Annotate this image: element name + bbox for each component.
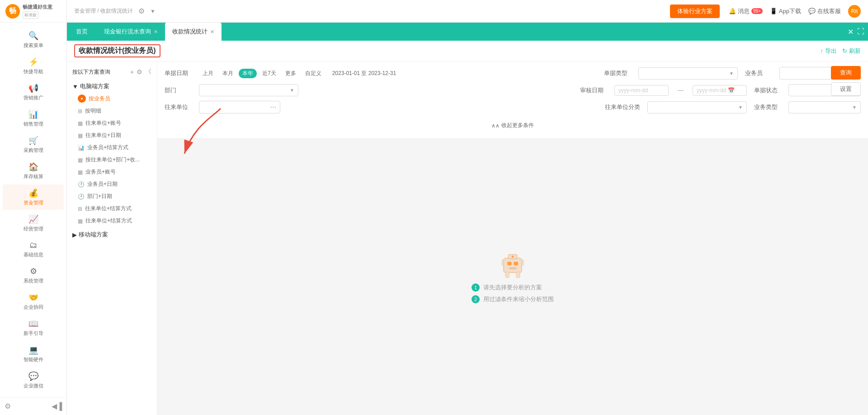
scheme-item-counter-date[interactable]: ▦ 往来单位+日期 xyxy=(78,129,157,141)
doc-type-select[interactable]: ▼ xyxy=(638,67,738,80)
scheme-item-salesperson-account[interactable]: ▦ 业务员+账号 xyxy=(78,166,157,178)
collapse-more-button[interactable]: ∧∧ 收起更多条件 xyxy=(165,118,861,133)
date-tab-prevmonth[interactable]: 上月 xyxy=(199,69,217,78)
dept-arrow-icon: ▼ xyxy=(290,88,294,93)
date-tab-last7days[interactable]: 近7天 xyxy=(259,69,280,78)
scheme-header: 按以下方案查询 + ⚙ 《 xyxy=(67,65,157,79)
sidebar-item-marketing[interactable]: 📢 营销推广 xyxy=(3,80,64,105)
sidebar-item-search[interactable]: 🔍 搜索菜单 xyxy=(3,27,64,52)
table-icon-1: ▦ xyxy=(78,120,83,127)
collapse-sidebar-icon[interactable]: ◀▐ xyxy=(52,402,62,410)
scheme-item-counter-account[interactable]: ▦ 往来单位+账号 xyxy=(78,117,157,129)
sidebar-item-hardware[interactable]: 💻 智能硬件 xyxy=(3,341,64,367)
sidebar-item-wechat[interactable]: 💬 企业微信 xyxy=(3,368,64,393)
sidebar-item-operation[interactable]: 📈 经营管理 xyxy=(3,211,64,236)
sidebar-item-system[interactable]: ⚙ 系统管理 xyxy=(3,263,64,288)
app-download-item[interactable]: 📱 App下载 xyxy=(770,7,801,15)
tab-close-all-icon[interactable]: ✕ xyxy=(848,28,854,36)
scheme-item-by-detail[interactable]: ⊞ 按明细 xyxy=(78,105,157,117)
scheme-item-dept-date[interactable]: 🕐 部门+日期 xyxy=(78,190,157,203)
sidebar-item-basicinfo[interactable]: 🗂 基础信息 xyxy=(3,237,64,262)
sidebar-item-purchase[interactable]: 🛒 采购管理 xyxy=(3,132,64,157)
counter-select[interactable]: ··· xyxy=(199,101,280,113)
counter-category-select[interactable]: ▼ xyxy=(647,101,747,113)
page-title-bar: 收款情况统计(按业务员) ↑ 导出 ↻ 刷新 xyxy=(67,41,868,61)
scheme-mobile-title[interactable]: ▶ 移动端方案 xyxy=(67,229,157,241)
svg-rect-6 xyxy=(505,272,509,278)
sidebar-item-member[interactable]: 👑 畅会员 xyxy=(3,394,64,397)
svg-rect-2 xyxy=(514,262,518,265)
svg-rect-3 xyxy=(509,267,516,269)
scheme-settings-icon[interactable]: ⚙ xyxy=(137,68,142,75)
scheme-item-by-salesperson[interactable]: ● 按业务员 xyxy=(78,92,157,105)
scheme-item-counter-dept[interactable]: ▦ 按往来单位+部门+收... xyxy=(78,154,157,166)
dept-select[interactable]: ▼ xyxy=(199,84,298,96)
tab-receipt[interactable]: 收款情况统计 ✕ xyxy=(165,23,222,41)
try-industry-button[interactable]: 体验行业方案 xyxy=(670,5,720,18)
floating-actions: 查询 设置 xyxy=(831,66,861,96)
tab-close-bank[interactable]: ✕ xyxy=(154,29,158,35)
sidebar-item-inventory[interactable]: 🏠 库存核算 xyxy=(3,158,64,184)
marketing-icon: 📢 xyxy=(28,83,38,93)
online-service-item[interactable]: 💬 在线客服 xyxy=(808,7,841,15)
scheme-collapse-icon[interactable]: 《 xyxy=(145,68,151,76)
notification-item[interactable]: 🔔 消息 99+ xyxy=(729,7,763,15)
notification-badge: 99+ xyxy=(751,8,763,14)
query-button[interactable]: 查询 xyxy=(831,66,861,80)
sidebar-item-finance[interactable]: 💰 资金管理 xyxy=(3,184,64,210)
date-tab-thismonth[interactable]: 本月 xyxy=(219,69,237,78)
date-tab-more[interactable]: 更多 xyxy=(282,69,300,78)
scheme-item-salesperson-date[interactable]: 🕐 业务员+日期 xyxy=(78,178,157,190)
empty-illustration xyxy=(495,247,531,283)
scheme-list-desktop: ● 按业务员 ⊞ 按明细 ▦ 往来单位+账号 ▦ xyxy=(67,92,157,227)
top-nav: 资金管理 / 收款情况统计 ⚙ ▼ 体验行业方案 🔔 消息 99+ 📱 App下… xyxy=(67,0,868,23)
user-avatar[interactable]: Rit xyxy=(848,5,861,18)
date-tab-thisyear[interactable]: 本年 xyxy=(239,69,257,78)
date-tab-custom[interactable]: 自定义 xyxy=(302,69,325,78)
operation-icon: 📈 xyxy=(28,214,38,224)
sidebar: 畅 畅捷通好生意 标准版 🔍 搜索菜单 ⚡ 快捷导航 📢 营销推广 📊 销售管理… xyxy=(0,0,67,415)
tab-close-receipt[interactable]: ✕ xyxy=(210,29,214,35)
filter-row-date: 单据日期 上月 本月 本年 近7天 更多 自定义 2023-01-01 至 20… xyxy=(165,67,861,80)
tab-bar-end: ✕ ⛶ xyxy=(848,28,868,36)
scheme-item-counter-settle2[interactable]: ▦ 往来单位+结算方式 xyxy=(78,215,157,227)
breadcrumb: 资金管理 / 收款情况统计 xyxy=(74,7,133,15)
svg-rect-5 xyxy=(522,260,524,265)
table-icon-4: ▦ xyxy=(78,169,83,175)
scheme-item-counter-settle1[interactable]: ⊞ 往来单位+结算方式 xyxy=(78,203,157,215)
sidebar-item-quicknav[interactable]: ⚡ 快捷导航 xyxy=(3,53,64,79)
page-title: 收款情况统计(按业务员) xyxy=(74,44,160,57)
salesperson-label: 业务员 xyxy=(745,69,772,77)
counter-dots-icon[interactable]: ··· xyxy=(270,103,276,111)
date-label: 单据日期 xyxy=(165,69,192,77)
sidebar-item-sales[interactable]: 📊 销售管理 xyxy=(3,106,64,131)
logo-text: 畅捷通好生意 xyxy=(23,4,52,10)
logo-icon: 畅 xyxy=(5,4,20,19)
scheme-add-icon[interactable]: + xyxy=(130,68,134,75)
counter-label: 往来单位 xyxy=(165,103,192,111)
filter-row-dept: 部门 ▼ 审核日期 yyyy-mm-dd — yyyy-mm-dd 📅 xyxy=(165,84,861,96)
export-button[interactable]: ↑ 导出 xyxy=(821,47,837,55)
page-actions: ↑ 导出 ↻ 刷新 xyxy=(821,47,861,55)
sidebar-item-guide[interactable]: 📖 新手引导 xyxy=(3,315,64,340)
empty-steps: 1 请先选择要分析的方案 2 用过滤条件来缩小分析范围 xyxy=(472,283,554,307)
tab-maximize-icon[interactable]: ⛶ xyxy=(857,28,864,36)
tab-home[interactable]: 首页 xyxy=(67,23,97,41)
refresh-button[interactable]: ↻ 刷新 xyxy=(842,47,861,55)
sidebar-bottom: ⚙ ◀▐ xyxy=(0,397,66,415)
step-num-1: 1 xyxy=(472,283,480,292)
scheme-desktop-title[interactable]: ▼ 电脑端方案 xyxy=(67,80,157,92)
scheme-item-salesperson-settle[interactable]: 📊 业务员+结算方式 xyxy=(78,141,157,154)
review-date-end[interactable]: yyyy-mm-dd 📅 xyxy=(693,85,747,96)
wechat-icon: 💬 xyxy=(28,371,38,381)
business-type-select[interactable]: ▼ xyxy=(788,101,861,113)
sidebar-item-enterprise[interactable]: 🤝 企业协同 xyxy=(3,289,64,314)
settings-bottom-icon[interactable]: ⚙ xyxy=(5,402,11,410)
date-range-display: 2023-01-01 至 2023-12-31 xyxy=(332,70,396,77)
nav-arrow-icon[interactable]: ▼ xyxy=(150,8,156,14)
gear-icon[interactable]: ⚙ xyxy=(138,7,145,15)
tab-bank[interactable]: 现金银行流水查询 ✕ xyxy=(97,23,165,41)
review-date-start[interactable]: yyyy-mm-dd xyxy=(614,85,669,96)
settings-button[interactable]: 设置 xyxy=(831,82,861,96)
bell-icon: 🔔 xyxy=(729,8,736,14)
